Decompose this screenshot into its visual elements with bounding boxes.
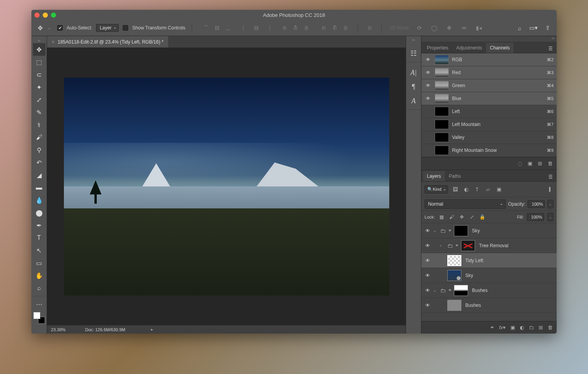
foreground-color-swatch[interactable] (33, 312, 40, 319)
3d-slide-icon[interactable]: ⇔ (459, 22, 470, 33)
adjustments-tab[interactable]: Adjustments (452, 43, 486, 53)
glyphs-panel-icon[interactable]: A (408, 95, 419, 106)
opacity-dropdown-icon[interactable]: ⌄ (547, 200, 554, 208)
disclosure-icon[interactable]: › (440, 243, 446, 248)
layer-name[interactable]: Bushes (472, 288, 554, 293)
layer-row[interactable]: 👁Sky (421, 268, 557, 283)
fill-dropdown-icon[interactable]: ⌄ (547, 213, 554, 221)
lock-position-icon[interactable]: ✥ (458, 213, 465, 221)
distribute-hcenter-icon[interactable]: ⫚ (329, 22, 340, 33)
lock-transparency-icon[interactable]: ▦ (438, 213, 445, 221)
eraser-tool[interactable]: ◢ (33, 169, 45, 181)
disclosure-icon[interactable]: ⌄ (433, 288, 439, 292)
blur-tool[interactable]: 💧 (33, 194, 45, 206)
new-channel-icon[interactable]: ⊞ (538, 161, 542, 166)
new-layer-icon[interactable]: ⊞ (539, 325, 543, 330)
workspace-switcher-icon[interactable]: ▭▾ (529, 24, 538, 32)
clone-stamp-tool[interactable]: ⚲ (33, 144, 45, 156)
close-window-button[interactable] (34, 13, 40, 18)
visibility-toggle-icon[interactable]: 👁 (424, 257, 432, 264)
channel-row[interactable]: 👁 Green ⌘4 (421, 79, 557, 92)
toolbox-expand-icon[interactable]: ›› (31, 38, 47, 43)
visibility-toggle-icon[interactable]: 👁 (424, 242, 432, 249)
layer-row[interactable]: 👁⌄ 🗀 ⚭ Bushes (421, 283, 557, 298)
healing-brush-tool[interactable]: ⚕ (33, 119, 45, 131)
layer-name[interactable]: Tidy Left (465, 258, 554, 263)
visibility-toggle-icon[interactable]: 👁 (425, 56, 432, 63)
opacity-input[interactable]: 100% (528, 200, 545, 208)
layers-tab[interactable]: Layers (423, 171, 445, 181)
filter-shape-icon[interactable]: ▱ (484, 186, 492, 193)
visibility-toggle-icon[interactable]: 👁 (424, 302, 432, 309)
channel-row[interactable]: Valley ⌘8 (421, 131, 557, 144)
quick-select-tool[interactable]: ✦ (33, 81, 45, 93)
character-panel-icon[interactable]: A| (408, 67, 419, 78)
share-icon[interactable]: ⇪ (543, 24, 552, 32)
brush-tool[interactable]: 🖌 (33, 131, 45, 144)
align-right-icon[interactable]: ⎹ (262, 22, 273, 33)
gradient-tool[interactable]: ▬ (33, 181, 45, 194)
lock-artboard-icon[interactable]: ⤢ (468, 213, 475, 221)
add-mask-icon[interactable]: ▣ (510, 325, 515, 330)
status-info-icon[interactable]: ▸ (151, 327, 153, 332)
auto-select-target-select[interactable]: Layer (96, 24, 119, 32)
align-left-icon[interactable]: ⎸ (240, 22, 251, 33)
visibility-toggle-icon[interactable]: 👁 (424, 272, 432, 279)
zoom-level[interactable]: 23.38% (51, 327, 65, 332)
layers-panel-menu-icon[interactable]: ☰ (546, 173, 555, 181)
channel-row[interactable]: Left Mountain ⌘7 (421, 118, 557, 131)
visibility-toggle-icon[interactable]: 👁 (425, 95, 432, 102)
fill-input[interactable]: 100% (527, 213, 544, 221)
tool-preset-dropdown[interactable]: ⌄ (48, 26, 51, 30)
rectangle-tool[interactable]: ▭ (33, 257, 45, 269)
eyedropper-tool[interactable]: ✎ (33, 106, 45, 119)
visibility-toggle-icon[interactable] (425, 147, 432, 154)
path-select-tool[interactable]: ↖ (33, 244, 45, 257)
filter-type-icon[interactable]: T (473, 186, 481, 193)
zoom-tool[interactable]: ⌕ (33, 282, 45, 294)
save-selection-channel-icon[interactable]: ▣ (528, 161, 532, 166)
delete-layer-icon[interactable]: 🗑 (548, 325, 553, 330)
history-panel-icon[interactable]: ☷ (408, 48, 419, 59)
search-icon[interactable]: ⌕ (515, 24, 524, 32)
channel-row[interactable]: Left ⌘6 (421, 105, 557, 118)
visibility-toggle-icon[interactable]: 👁 (424, 227, 432, 234)
crop-tool[interactable]: ⤢ (33, 93, 45, 106)
distribute-bottom-icon[interactable]: ⫛ (301, 22, 312, 33)
layer-mask-thumbnail[interactable] (454, 225, 468, 236)
hand-tool[interactable]: ✋ (33, 269, 45, 282)
lock-pixels-icon[interactable]: 🖌 (448, 213, 455, 221)
layer-name[interactable]: Tree Removal (479, 243, 554, 248)
type-tool[interactable]: T (33, 232, 45, 244)
link-layers-icon[interactable]: ⚭ (490, 325, 494, 330)
new-adjustment-icon[interactable]: ◐ (520, 325, 524, 330)
document-tab[interactable]: × 185A0118-Edit-2.tif @ 23.4% (Tidy Left… (47, 36, 168, 47)
layer-name[interactable]: Sky (472, 228, 554, 234)
distribute-left-icon[interactable]: ⫙ (318, 22, 329, 33)
dodge-tool[interactable]: ⬤ (33, 206, 45, 219)
layer-row[interactable]: 👁Bushes (421, 298, 557, 313)
align-vcenter-icon[interactable]: ⊟ (212, 22, 223, 33)
edit-toolbar-icon[interactable]: ⋯ (33, 298, 45, 310)
lock-all-icon[interactable]: 🔒 (479, 213, 486, 221)
channel-row[interactable]: 👁 RGB ⌘2 (421, 53, 557, 66)
lasso-tool[interactable]: ⊂ (33, 68, 45, 81)
layer-row[interactable]: 👁Tidy Left (421, 253, 557, 268)
filter-toggle-icon[interactable]: ⏽ (546, 186, 554, 193)
layer-thumbnail[interactable] (447, 255, 461, 266)
layer-mask-thumbnail[interactable] (454, 285, 468, 296)
align-hcenter-icon[interactable]: ⊟ (251, 22, 262, 33)
delete-channel-icon[interactable]: 🗑 (548, 161, 553, 166)
channel-row[interactable]: 👁 Red ⌘3 (421, 66, 557, 79)
color-swatches[interactable] (33, 312, 45, 324)
visibility-toggle-icon[interactable] (425, 134, 432, 141)
expand-dock-icon[interactable]: ‹‹ (412, 38, 415, 43)
panel-menu-icon[interactable]: ☰ (546, 44, 555, 53)
filter-adjustment-icon[interactable]: ◐ (462, 186, 470, 193)
move-tool[interactable]: ✥ (33, 43, 45, 56)
align-top-icon[interactable]: ⎴ (201, 22, 212, 33)
visibility-toggle-icon[interactable] (425, 121, 432, 128)
disclosure-icon[interactable]: ⌄ (433, 228, 439, 233)
layer-mask-thumbnail[interactable] (461, 240, 475, 251)
layer-thumbnail[interactable] (447, 270, 461, 281)
